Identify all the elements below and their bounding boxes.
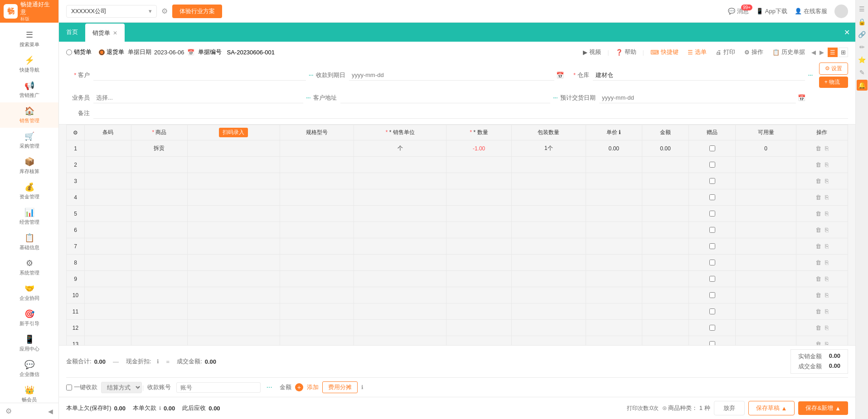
row-spec-7[interactable] xyxy=(280,238,354,255)
row-spec-11[interactable] xyxy=(280,303,354,320)
row-unit-8[interactable] xyxy=(354,255,446,271)
video-btn[interactable]: ▶ 视频 xyxy=(580,47,604,57)
row-unit-4[interactable] xyxy=(354,189,446,206)
row-unit-12[interactable] xyxy=(354,320,446,336)
row-gift-3[interactable] xyxy=(689,173,736,189)
row-spec-10[interactable] xyxy=(280,287,354,303)
copy-icon-5[interactable]: ⎘ xyxy=(825,210,829,217)
account-dots-icon[interactable]: ··· xyxy=(266,383,272,391)
sidebar-item-purchase[interactable]: 🛒 采购管理 xyxy=(0,128,58,153)
row-price-11[interactable] xyxy=(586,303,642,320)
right-panel-btn-7[interactable]: 🔔 xyxy=(857,80,868,91)
row-pkgqty-12[interactable] xyxy=(511,320,586,336)
row-unit-1[interactable]: 个 xyxy=(354,140,446,157)
delete-icon-11[interactable]: 🗑 xyxy=(815,308,821,315)
company-selector[interactable]: XXXXXX公司 ▾ xyxy=(66,5,157,18)
gift-checkbox-10[interactable] xyxy=(709,292,715,298)
row-barcode-7[interactable] xyxy=(85,238,131,255)
row-gift-9[interactable] xyxy=(689,271,736,287)
save-new-button[interactable]: 保存&新增 ▲ xyxy=(798,401,848,415)
gift-checkbox-8[interactable] xyxy=(709,260,715,265)
delete-icon-7[interactable]: 🗑 xyxy=(815,243,821,250)
row-barcode-1[interactable] xyxy=(85,140,131,157)
payment-calendar-icon[interactable]: 📅 xyxy=(554,72,566,79)
row-barcode-6[interactable] xyxy=(85,222,131,238)
shortcut-btn[interactable]: ⌨ 快捷键 xyxy=(648,47,681,57)
row-price-5[interactable] xyxy=(586,206,642,222)
row-gift-12[interactable] xyxy=(689,320,736,336)
sidebar-item-collab[interactable]: 🤝 企业协同 xyxy=(0,280,58,305)
row-product-9[interactable] xyxy=(131,271,187,287)
gift-checkbox-13[interactable] xyxy=(709,341,715,345)
expected-date-input[interactable] xyxy=(599,92,796,103)
copy-icon-3[interactable]: ⎘ xyxy=(825,178,829,184)
sidebar-item-inventory[interactable]: 📦 库存核算 xyxy=(0,153,58,178)
row-qty-4[interactable] xyxy=(446,189,512,206)
one-click-pay-input[interactable] xyxy=(66,385,72,390)
row-unit-10[interactable] xyxy=(354,287,446,303)
copy-icon-1[interactable]: ⎘ xyxy=(825,145,829,152)
copy-icon-10[interactable]: ⎘ xyxy=(825,292,829,299)
row-spec-5[interactable] xyxy=(280,206,354,222)
help-btn[interactable]: ❓ 帮助 xyxy=(613,47,639,57)
customer-addr-dots-icon[interactable]: ··· xyxy=(550,94,560,102)
row-gift-4[interactable] xyxy=(689,189,736,206)
row-gift-10[interactable] xyxy=(689,287,736,303)
delete-icon-2[interactable]: 🗑 xyxy=(815,161,821,168)
row-qty-13[interactable] xyxy=(446,336,512,346)
row-product-5[interactable] xyxy=(131,206,187,222)
gift-checkbox-7[interactable] xyxy=(709,243,715,249)
row-qty-8[interactable] xyxy=(446,255,512,271)
history-btn[interactable]: 📋 历史单据 xyxy=(770,47,808,57)
right-panel-btn-2[interactable]: 🔒 xyxy=(857,16,868,27)
row-amount-5[interactable] xyxy=(642,206,689,222)
view-list-btn[interactable]: ☰ xyxy=(828,48,838,57)
notes-input[interactable] xyxy=(93,108,848,119)
copy-icon-13[interactable]: ⎘ xyxy=(825,341,829,345)
row-product-10[interactable] xyxy=(131,287,187,303)
row-amount-2[interactable] xyxy=(642,157,689,173)
row-pkgqty-8[interactable] xyxy=(511,255,586,271)
row-qty-5[interactable] xyxy=(446,206,512,222)
row-barcode-4[interactable] xyxy=(85,189,131,206)
row-spec-13[interactable] xyxy=(280,336,354,346)
row-amount-11[interactable] xyxy=(642,303,689,320)
row-product-8[interactable] xyxy=(131,255,187,271)
expected-calendar-icon[interactable]: 📅 xyxy=(796,94,807,101)
pagination-prev[interactable]: ◀ xyxy=(811,49,816,56)
row-price-13[interactable] xyxy=(586,336,642,346)
row-barcode-8[interactable] xyxy=(85,255,131,271)
row-qty-9[interactable] xyxy=(446,271,512,287)
radio-sales[interactable]: 销货单 xyxy=(66,48,92,56)
row-qty-1[interactable]: -1.00 xyxy=(446,140,512,157)
copy-icon-8[interactable]: ⎘ xyxy=(825,259,829,266)
row-unit-13[interactable] xyxy=(354,336,446,346)
app-download-button[interactable]: 📱 App下载 xyxy=(756,7,787,15)
tab-close-icon[interactable]: ✕ xyxy=(113,30,117,36)
account-input[interactable] xyxy=(176,382,261,393)
radio-return[interactable]: 退货单 xyxy=(99,48,124,56)
row-spec-9[interactable] xyxy=(280,271,354,287)
sidebar-item-apps[interactable]: 📱 应用中心 xyxy=(0,331,58,356)
row-product-11[interactable] xyxy=(131,303,187,320)
row-unit-6[interactable] xyxy=(354,222,446,238)
row-amount-1[interactable]: 0.00 xyxy=(642,140,689,157)
row-product-3[interactable] xyxy=(131,173,187,189)
row-gift-6[interactable] xyxy=(689,222,736,238)
date-calendar-icon[interactable]: 📅 xyxy=(187,49,194,56)
salesperson-input[interactable] xyxy=(93,92,303,103)
print-btn[interactable]: 🖨 打印 xyxy=(713,47,738,57)
settings-button[interactable]: ⚙ 设置 xyxy=(819,63,848,75)
row-price-2[interactable] xyxy=(586,157,642,173)
row-gift-1[interactable] xyxy=(689,140,736,157)
col-settings-header[interactable]: ⚙ xyxy=(67,125,85,140)
delete-icon-5[interactable]: 🗑 xyxy=(815,210,821,217)
row-barcode-12[interactable] xyxy=(85,320,131,336)
add-payment-button[interactable]: + xyxy=(295,383,303,391)
row-gift-5[interactable] xyxy=(689,206,736,222)
copy-icon-12[interactable]: ⎘ xyxy=(825,324,829,331)
delete-icon-13[interactable]: 🗑 xyxy=(815,341,821,345)
row-pkgqty-3[interactable] xyxy=(511,173,586,189)
row-pkgqty-4[interactable] xyxy=(511,189,586,206)
save-draft-button[interactable]: 保存草稿 ▲ xyxy=(748,401,795,415)
